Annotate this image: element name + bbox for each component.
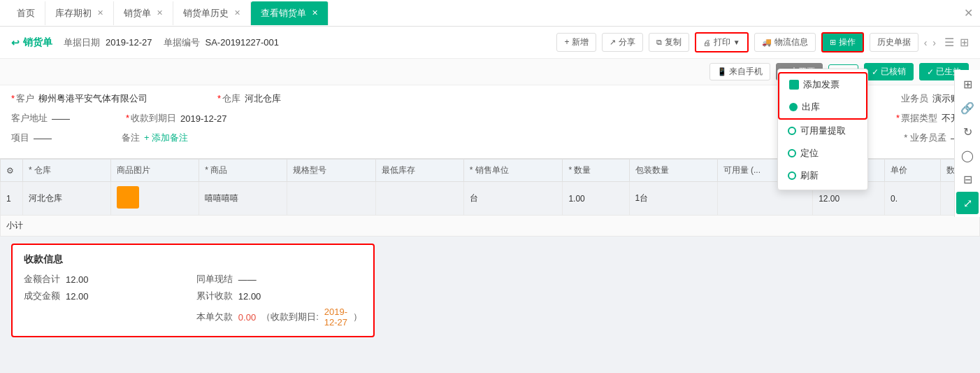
payment-date-field: 收款到期日 2019-12-27 <box>126 112 227 125</box>
col-quantity: * 数量 <box>563 160 629 182</box>
row-quantity: 1.00 <box>563 182 629 216</box>
nav-prev[interactable]: ‹ <box>924 37 928 48</box>
customer-label: 客户 <box>11 92 34 105</box>
subtotal-row: 小计 <box>1 216 980 237</box>
add-invoice-label: 添加发票 <box>803 78 840 91</box>
out-warehouse-label: 出库 <box>802 101 820 113</box>
tab-home[interactable]: 首页 <box>7 1 45 25</box>
col-product: * 商品 <box>199 160 287 182</box>
warehouse-value: 河北仓库 <box>245 92 281 105</box>
col-product-img: 商品图片 <box>111 160 199 182</box>
tab-view-sales[interactable]: 查看销货单 ✕ <box>251 1 329 25</box>
balance-end: ） <box>353 311 362 323</box>
new-button[interactable]: + 新增 <box>556 33 596 52</box>
dropdown-available-qty[interactable]: 可用量提取 <box>778 120 867 142</box>
total-amount-value: 12.00 <box>66 274 89 285</box>
row-product: 嘻嘻嘻嘻 <box>199 182 287 216</box>
col-settings[interactable]: ⚙ <box>1 160 23 182</box>
print-button[interactable]: 🖨 打印 ▼ <box>695 32 749 52</box>
same-order-label: 同单现结 <box>196 273 233 286</box>
tab-view-sales-close[interactable]: ✕ <box>312 8 318 17</box>
share-button[interactable]: ↗ 分享 <box>602 33 643 52</box>
operation-label: 操作 <box>839 36 856 48</box>
note-field: 备注 + 添加备注 <box>122 132 188 144</box>
dropdown-highlight-box: 添加发票 出库 <box>778 72 867 120</box>
available-qty-icon <box>788 127 796 135</box>
same-order-value: —— <box>238 274 257 285</box>
from-mobile-button[interactable]: 📱 来自手机 <box>709 63 770 80</box>
ticket-type-label: 票据类型 <box>896 112 937 125</box>
payment-date-value: 2019-12-27 <box>180 113 227 124</box>
nav-next[interactable]: › <box>932 37 936 48</box>
project-label: 项目 <box>11 132 29 144</box>
business-staff-label: * 业务员孟 <box>904 132 946 144</box>
header-actions: + 新增 ↗ 分享 ⧉ 复制 🖨 打印 ▼ 🚚 物流信息 ⊞ 操作 <box>556 32 969 52</box>
row-spec <box>287 182 375 216</box>
sidebar-icon-refresh[interactable]: ↻ <box>956 120 979 143</box>
total-amount-label: 金额合计 <box>24 273 60 286</box>
warehouse-label: 仓库 <box>217 92 240 105</box>
transaction-amount-value: 12.00 <box>66 291 89 302</box>
col-min-stock: 最低库存 <box>375 160 463 182</box>
doc-number-label: 单据编号 SA-20191227-001 <box>164 36 280 49</box>
sidebar-icon-expand[interactable]: ⤢ <box>956 192 979 214</box>
right-sidebar: ⊞ 🔗 ↻ ◯ ⊟ ⤢ <box>954 70 980 217</box>
note-label: 备注 <box>122 132 140 144</box>
project-field: 项目 —— <box>11 132 52 144</box>
row-no: 1 <box>1 182 23 216</box>
sidebar-icon-table[interactable]: ⊟ <box>956 168 979 190</box>
confirmed-button[interactable]: ✓ 已核销 <box>864 63 914 80</box>
tab-inventory-close[interactable]: ✕ <box>97 8 103 17</box>
print-label: 打印 <box>714 36 730 48</box>
tab-home-label: 首页 <box>17 7 35 20</box>
available-qty-label: 可用量提取 <box>800 125 846 137</box>
doc-type-label: 销货单 <box>23 36 52 49</box>
col-unit-price: 单价 <box>885 160 941 182</box>
balance-row: 本单欠款 0.00 （收款到期日: 2019-12-27 ） <box>196 307 362 328</box>
row-product-img <box>111 182 199 216</box>
sidebar-icon-grid[interactable]: ⊞ <box>956 73 979 95</box>
layout-toggle-grid[interactable]: ⊞ <box>960 36 969 49</box>
history-button[interactable]: 历史单据 <box>870 33 918 52</box>
close-window-button[interactable]: ✕ <box>964 6 973 20</box>
operation-dropdown: 添加发票 出库 可用量提取 定位 刷新 <box>777 69 868 190</box>
dropdown-refresh[interactable]: 刷新 <box>778 164 867 187</box>
tab-history-close[interactable]: ✕ <box>234 8 240 17</box>
logistics-button[interactable]: 🚚 物流信息 <box>754 33 816 52</box>
address-label: 客户地址 <box>11 112 48 125</box>
balance-value: 0.00 <box>238 312 256 323</box>
tab-sales-close[interactable]: ✕ <box>157 8 163 17</box>
payment-date-label: 收款到期日 <box>126 112 176 125</box>
layout-toggle-list[interactable]: ☰ <box>944 36 954 49</box>
tab-inventory-init[interactable]: 库存期初 ✕ <box>45 1 114 25</box>
add-note-button[interactable]: + 添加备注 <box>144 132 188 144</box>
dropdown-out-warehouse[interactable]: 出库 <box>779 96 866 118</box>
address-value: —— <box>52 113 70 124</box>
balance-label: 本单欠款 <box>196 311 233 323</box>
tab-sales-label: 销货单 <box>124 7 151 20</box>
tab-sales-order[interactable]: 销货单 ✕ <box>114 1 173 25</box>
payment-title: 收款信息 <box>24 253 362 266</box>
col-pkg-qty: 包装数量 <box>629 160 717 182</box>
doc-date-label: 单据日期 2019-12-27 <box>64 36 152 49</box>
customer-value: 柳州粤港平安气体有限公司 <box>38 92 147 105</box>
history-label: 历史单据 <box>877 36 911 48</box>
row-unit-price: 0. <box>885 182 941 216</box>
sidebar-icon-user[interactable]: ◯ <box>956 144 979 167</box>
tab-bar: 首页 库存期初 ✕ 销货单 ✕ 销货单历史 ✕ 查看销货单 ✕ ✕ <box>0 0 980 27</box>
operation-button[interactable]: ⊞ 操作 <box>821 32 864 52</box>
doc-type-title: ↩ 销货单 <box>11 36 52 49</box>
row-min-stock <box>375 182 463 216</box>
dropdown-locate[interactable]: 定位 <box>778 142 867 164</box>
col-warehouse: * 仓库 <box>23 160 111 182</box>
row-warehouse: 河北仓库 <box>23 182 111 216</box>
copy-button[interactable]: ⧉ 复制 <box>649 33 689 52</box>
sidebar-icon-attachment[interactable]: 🔗 <box>956 97 979 119</box>
tab-sales-history[interactable]: 销货单历史 ✕ <box>173 1 251 25</box>
total-amount-row: 金额合计 12.00 <box>24 273 182 286</box>
same-order-row: 同单现结 —— <box>196 273 362 286</box>
dropdown-add-invoice[interactable]: 添加发票 <box>779 73 866 96</box>
warehouse-field: 仓库 河北仓库 <box>217 92 281 105</box>
cumulative-row: 累计收款 12.00 <box>196 290 362 302</box>
col-sales-unit: * 销售单位 <box>463 160 563 182</box>
